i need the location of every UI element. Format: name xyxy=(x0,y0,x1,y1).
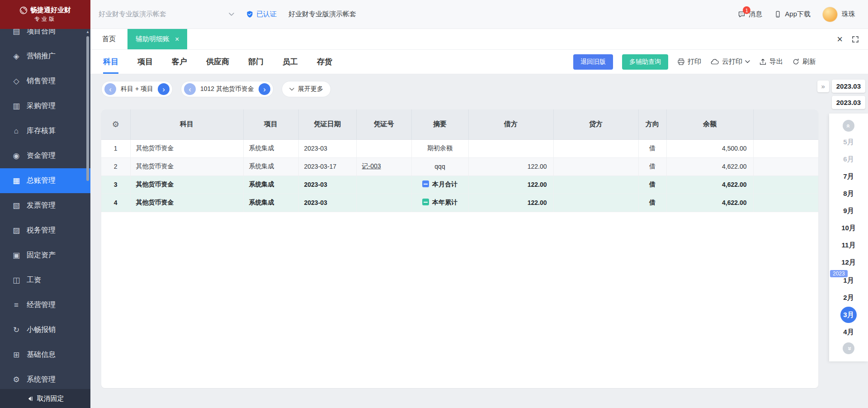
sidebar-item-label: 税务管理 xyxy=(27,226,56,235)
table-row[interactable]: 2其他货币资金系统集成2023-03-17记-003qqq122.00借4,62… xyxy=(101,157,818,176)
row-index: 4 xyxy=(101,194,130,212)
chevron-down-icon xyxy=(745,60,750,63)
sidebar-item-资金管理[interactable]: ◉资金管理 xyxy=(0,143,90,168)
prev-arrow-icon[interactable]: ‹ xyxy=(104,83,116,95)
month-12月[interactable]: 12月 xyxy=(829,254,868,271)
scroll-down-icon[interactable]: « xyxy=(843,342,854,354)
app-download-label: App下载 xyxy=(785,10,811,19)
cell-debit: 122.00 xyxy=(468,157,553,176)
ledger-icon: ▦ xyxy=(12,176,21,185)
sidebar-item-营销推广[interactable]: ◈营销推广 xyxy=(0,44,90,69)
sidebar-item-label: 营销推广 xyxy=(27,52,56,61)
cell-subject: 其他货币资金 xyxy=(130,176,243,194)
refresh-button[interactable]: 刷新 xyxy=(792,57,816,66)
messages-button[interactable]: 1 消息 xyxy=(738,10,762,19)
next-arrow-icon[interactable]: › xyxy=(158,83,170,95)
table-row[interactable]: 1其他货币资金系统集成2023-03期初余额借4,500.00 xyxy=(101,139,818,157)
sidebar-item-销售管理[interactable]: ◇销售管理 xyxy=(0,69,90,94)
cloud-print-button[interactable]: 云打印 xyxy=(710,57,750,66)
prev-arrow-icon[interactable]: ‹ xyxy=(184,83,196,95)
month-5月[interactable]: 5月 xyxy=(829,133,868,151)
month-10月[interactable]: 10月 xyxy=(829,219,868,237)
close-tab-icon[interactable]: × xyxy=(175,36,179,43)
nav-tab-存货[interactable]: 存货 xyxy=(317,50,332,74)
month-4月[interactable]: 4月 xyxy=(829,323,868,341)
month-3月[interactable]: 3月 xyxy=(829,306,868,323)
app-download-button[interactable]: App下载 xyxy=(774,10,811,19)
sidebar-item-系统管理[interactable]: ⚙系统管理 xyxy=(0,367,90,389)
cell-project: 系统集成 xyxy=(243,194,298,212)
month-6月[interactable]: 6月 xyxy=(829,151,868,168)
month-9月[interactable]: 9月 xyxy=(829,202,868,219)
period-rail-top: » 2023.03 xyxy=(817,80,865,93)
sidebar-item-发票管理[interactable]: ▧发票管理 xyxy=(0,193,90,218)
nav-tab-员工[interactable]: 员工 xyxy=(283,50,298,74)
scrollbar-thumb[interactable] xyxy=(86,36,89,181)
expand-more-button[interactable]: 展开更多 xyxy=(282,81,331,97)
cell-credit xyxy=(553,194,638,212)
sidebar-item-小畅报销[interactable]: ↻小畅报销 xyxy=(0,318,90,342)
sidebar-item-税务管理[interactable]: ▨税务管理 xyxy=(0,218,90,243)
cell-voucher-no xyxy=(356,194,411,212)
export-button[interactable]: 导出 xyxy=(759,57,783,66)
account-set-select[interactable]: 好业财专业版演示帐套 xyxy=(99,10,234,19)
voucher-link[interactable]: 记-003 xyxy=(362,162,381,170)
print-button[interactable]: 打印 xyxy=(677,57,701,66)
unpin-sidebar-button[interactable]: 取消固定 xyxy=(0,389,90,408)
messages-label: 消息 xyxy=(749,10,762,19)
sidebar-item-经营管理[interactable]: ≡经营管理 xyxy=(0,293,90,318)
column-header-项目: 项目 xyxy=(243,109,298,139)
sidebar-item-采购管理[interactable]: ▥采购管理 xyxy=(0,94,90,119)
close-icon[interactable]: × xyxy=(837,34,843,44)
sidebar-item-工资[interactable]: ◫工资 xyxy=(0,268,90,293)
scrollbar-up-icon[interactable]: ▲ xyxy=(85,30,90,34)
user-menu[interactable]: 珠珠 xyxy=(822,7,855,22)
refresh-label: 刷新 xyxy=(802,57,816,66)
back-old-version-button[interactable]: 退回旧版 xyxy=(573,54,613,70)
export-icon xyxy=(759,58,767,66)
month-2月[interactable]: 2月 xyxy=(829,289,868,306)
tab-home[interactable]: 首页 xyxy=(90,29,127,49)
sidebar-scrollbar[interactable]: ▲ xyxy=(85,30,90,387)
nav-tab-科目[interactable]: 科目 xyxy=(103,50,118,74)
month-8月[interactable]: 8月 xyxy=(829,185,868,202)
table-row[interactable]: 3其他货币资金系统集成2023-03本月合计122.00借4,622.00 xyxy=(101,176,818,194)
month-7月[interactable]: 7月 xyxy=(829,168,868,185)
cell-debit: 122.00 xyxy=(468,194,553,212)
tab-assist-detail-ledger[interactable]: 辅助明细账 × xyxy=(127,29,187,49)
nav-tab-部门[interactable]: 部门 xyxy=(248,50,264,74)
tabstrip-actions: × xyxy=(837,29,868,49)
table-row[interactable]: 4其他货币资金系统集成2023-03本年累计122.00借4,622.00 xyxy=(101,194,818,212)
month-11月[interactable]: 11月 xyxy=(829,237,868,254)
chevron-down-icon xyxy=(229,13,234,16)
multi-assist-query-button[interactable]: 多辅助查询 xyxy=(622,54,668,70)
cell-project: 系统集成 xyxy=(243,139,298,157)
toolbar: 科目项目客户供应商部门员工存货 退回旧版 多辅助查询 打印 云打印 xyxy=(90,50,868,74)
sidebar-item-基础信息[interactable]: ⊞基础信息 xyxy=(0,342,90,367)
invoice-icon: ▧ xyxy=(12,201,21,210)
scroll-up-icon[interactable]: « xyxy=(843,120,854,132)
column-settings-icon[interactable]: ⚙ xyxy=(112,120,119,129)
cell-filler xyxy=(753,157,818,176)
period-label-selected[interactable]: 2023.03 xyxy=(832,96,865,109)
nav-tab-供应商[interactable]: 供应商 xyxy=(206,50,229,74)
ledger-card: ⚙科目项目凭证日期凭证号摘要借方贷方方向余额1其他货币资金系统集成2023-03… xyxy=(101,109,818,388)
month-label: 1月 xyxy=(843,276,854,285)
base-info-icon: ⊞ xyxy=(12,350,21,360)
month-label: 9月 xyxy=(843,207,854,215)
sidebar-item-固定资产[interactable]: ▣固定资产 xyxy=(0,243,90,268)
nav-tab-客户[interactable]: 客户 xyxy=(172,50,187,74)
fullscreen-icon[interactable] xyxy=(852,36,859,43)
nav-tab-项目[interactable]: 项目 xyxy=(137,50,153,74)
collapse-rail-icon[interactable]: » xyxy=(817,81,829,92)
row-index: 2 xyxy=(101,157,130,176)
subject-filter[interactable]: ‹ 1012 其他货币资金 › xyxy=(181,81,274,97)
sidebar-item-总账管理[interactable]: ▦总账管理 xyxy=(0,168,90,193)
next-arrow-icon[interactable]: › xyxy=(259,83,270,95)
dimension-filter[interactable]: ‹ 科目 + 项目 › xyxy=(101,81,173,97)
sidebar-item-label: 资金管理 xyxy=(27,151,56,161)
printer-icon xyxy=(677,58,685,66)
logo-icon xyxy=(19,6,28,14)
sidebar-item-库存核算[interactable]: ⌂库存核算 xyxy=(0,119,90,143)
period-label-top[interactable]: 2023.03 xyxy=(832,80,865,93)
